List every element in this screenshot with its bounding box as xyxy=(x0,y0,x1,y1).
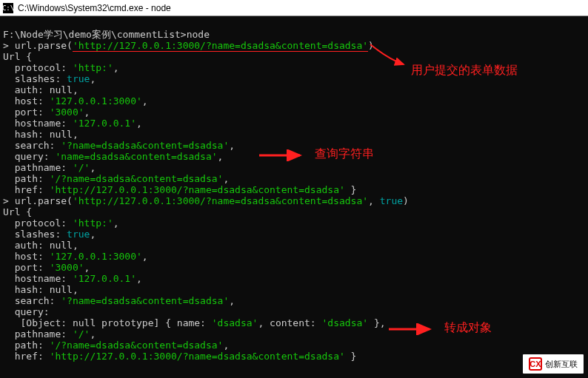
k-search2: search: xyxy=(3,295,61,306)
comma: , xyxy=(73,84,78,95)
k-port: port: xyxy=(3,107,50,118)
v-search2: '?name=dsadsa&content=dsadsa' xyxy=(61,295,229,306)
queryobj-pre: [Object: xyxy=(3,317,73,328)
comma: , xyxy=(90,229,96,240)
comma: , xyxy=(113,217,119,229)
queryobj-proto: prototype] { name: xyxy=(96,317,212,328)
watermark-text: 创新互联 xyxy=(545,359,578,370)
v-slashes2: true xyxy=(67,229,90,240)
k-host: host: xyxy=(3,95,50,107)
arg-true: true xyxy=(380,195,403,206)
prompt-cwd: F:\Node学习\demo案例\commentList> xyxy=(3,29,187,40)
v-host2: '127.0.0.1:3000' xyxy=(50,251,142,262)
object-close: } xyxy=(345,184,357,195)
k-host2: host: xyxy=(3,251,50,262)
annotation-query-string: 查询字符串 xyxy=(315,148,374,159)
queryobj-end: }, xyxy=(368,317,385,328)
queryobj-mid: , content: xyxy=(258,317,321,328)
object-close-2: } xyxy=(345,351,357,362)
window-titlebar[interactable]: C:\ C:\Windows\System32\cmd.exe - node xyxy=(0,0,588,16)
v-hash2: null xyxy=(50,284,73,295)
k-port2: port: xyxy=(3,262,50,273)
watermark: CX 创新互联 xyxy=(523,354,584,374)
fn-call: url.parse( xyxy=(15,40,73,51)
annotation-to-object: 转成对象 xyxy=(444,322,492,333)
k-hash: hash: xyxy=(3,129,50,140)
object-open-2: Url { xyxy=(3,206,32,217)
k-protocol2: protocol: xyxy=(3,217,73,229)
k-query: query: xyxy=(3,151,55,162)
comma: , xyxy=(73,284,78,295)
v-path2: '/?name=dsadsa&content=dsadsa' xyxy=(50,340,224,351)
window-title: C:\Windows\System32\cmd.exe - node xyxy=(18,3,171,13)
prompt-cmd: node xyxy=(187,29,210,40)
comma: , xyxy=(229,140,235,151)
v-path: '/?name=dsadsa&content=dsadsa' xyxy=(50,173,224,184)
v-hostname: '127.0.0.1' xyxy=(73,118,136,129)
comma: , xyxy=(90,162,96,173)
comma: , xyxy=(223,340,229,351)
v-hostname2: '127.0.0.1' xyxy=(73,273,136,284)
v-protocol: 'http:' xyxy=(73,62,113,73)
comma: , xyxy=(84,262,90,273)
paren-close: ) xyxy=(368,40,374,51)
v-host: '127.0.0.1:3000' xyxy=(50,95,142,107)
k-slashes: slashes: xyxy=(3,73,67,84)
v-hash: null xyxy=(50,129,73,140)
v-pathname: '/' xyxy=(73,162,90,173)
comma: , xyxy=(142,251,148,262)
comma: , xyxy=(136,118,142,129)
k-path: path: xyxy=(3,173,50,184)
v-href: 'http://127.0.0.1:3000/?name=dsadsa&cont… xyxy=(50,184,345,195)
annotation-form-data: 用户提交的表单数据 xyxy=(411,64,518,75)
v-query: 'name=dsadsa&content=dsadsa' xyxy=(55,151,217,162)
k-pathname: pathname: xyxy=(3,162,73,173)
object-open: Url { xyxy=(3,51,32,62)
v-port: '3000' xyxy=(50,107,84,118)
comma: , xyxy=(84,107,90,118)
v-port2: '3000' xyxy=(50,262,84,273)
k-query2: query: xyxy=(3,306,50,317)
v-search: '?name=dsadsa&content=dsadsa' xyxy=(61,140,229,151)
url-arg-2: 'http://127.0.0.1:3000/?name=dsadsa&cont… xyxy=(73,195,368,206)
comma: , xyxy=(229,295,235,306)
repl-prompt: > xyxy=(3,40,15,51)
arrow-2-icon xyxy=(255,149,307,161)
k-auth2: auth: xyxy=(3,240,50,251)
terminal-output[interactable]: F:\Node学习\demo案例\commentList>node > url.… xyxy=(0,16,588,378)
comma: , xyxy=(73,240,78,251)
sep: , xyxy=(368,195,380,206)
k-hostname: hostname: xyxy=(3,118,73,129)
v-href2: 'http://127.0.0.1:3000/?name=dsadsa&cont… xyxy=(50,351,345,362)
comma: , xyxy=(136,273,142,284)
comma: , xyxy=(90,73,96,84)
comma: , xyxy=(90,328,96,340)
k-href: href: xyxy=(3,184,50,195)
k-hash2: hash: xyxy=(3,284,50,295)
arrow-3-icon xyxy=(385,323,437,335)
queryobj-null: null xyxy=(73,317,96,328)
k-search: search: xyxy=(3,140,61,151)
v-auth: null xyxy=(50,84,73,95)
repl-prompt-2: > url.parse( xyxy=(3,195,73,206)
k-href2: href: xyxy=(3,351,50,362)
queryobj-name: 'dsadsa' xyxy=(212,317,258,328)
v-slashes: true xyxy=(67,73,90,84)
k-path2: path: xyxy=(3,340,50,351)
comma: , xyxy=(223,173,229,184)
k-slashes2: slashes: xyxy=(3,229,67,240)
v-auth2: null xyxy=(50,240,73,251)
comma: , xyxy=(218,151,224,162)
k-protocol: protocol: xyxy=(3,62,73,73)
queryobj-content: 'dsadsa' xyxy=(322,317,369,328)
watermark-logo-icon: CX xyxy=(529,357,542,371)
v-protocol2: 'http:' xyxy=(73,217,113,229)
paren-close-2: ) xyxy=(403,195,409,206)
v-pathname2: '/' xyxy=(73,328,90,340)
k-hostname2: hostname: xyxy=(3,273,73,284)
k-pathname2: pathname: xyxy=(3,328,73,340)
comma: , xyxy=(142,95,148,107)
comma: , xyxy=(73,129,78,140)
url-arg: 'http://127.0.0.1:3000/?name=dsadsa&cont… xyxy=(73,40,368,52)
cmd-icon: C:\ xyxy=(3,3,13,13)
